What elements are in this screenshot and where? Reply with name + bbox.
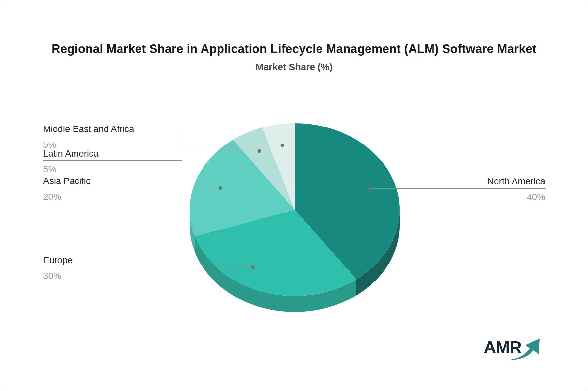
chart-canvas: Regional Market Share in Application Lif… [0,0,588,391]
slice-value-asia-pacific: 20% [43,191,61,202]
slice-value-north-america: 40% [527,192,545,203]
pie-slices [190,123,400,296]
slice-label-north-america: North America [487,176,545,187]
slice-value-europe: 30% [43,270,61,281]
slice-label-middle-east-and-africa: Middle East and Africa [43,124,134,135]
slice-label-latin-america: Latin America [43,148,99,159]
callout-dot-north-america [368,187,371,190]
slice-value-latin-america: 5% [43,164,56,175]
slice-label-europe: Europe [43,255,73,266]
amr-logo: AMR [484,338,549,365]
pie-chart [0,0,588,391]
amr-logo-text: AMR [484,338,521,356]
callout-dot-europe [251,265,255,269]
callout-dot-latin-america [258,149,261,153]
callout-dot-asia-pacific [219,186,222,190]
callout-dot-middle-east-and-africa [281,144,284,147]
slice-label-asia-pacific: Asia Pacific [43,176,90,187]
